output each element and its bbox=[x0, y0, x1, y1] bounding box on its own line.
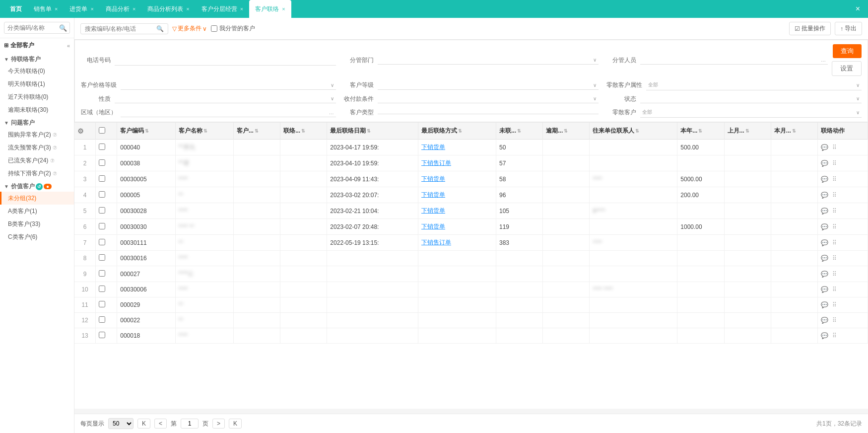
horizontal-scrollbar[interactable] bbox=[74, 409, 868, 414]
sidebar-item-lost[interactable]: 已流失客户(24) ⑦ bbox=[0, 154, 74, 167]
close-all-button[interactable]: × bbox=[852, 4, 864, 13]
row-checkbox[interactable] bbox=[99, 254, 105, 261]
export-button[interactable]: ↑ 导出 bbox=[835, 22, 862, 35]
sidebar-item-ungroup[interactable]: 未分组(32) bbox=[0, 192, 74, 205]
sidebar-item-b-class[interactable]: B类客户(33) bbox=[0, 217, 74, 230]
more-icon[interactable]: ⠿ bbox=[832, 271, 837, 278]
last-type-link[interactable]: 下销售订单 bbox=[421, 159, 451, 166]
close-icon[interactable]: × bbox=[90, 6, 93, 12]
sidebar-item-c-class[interactable]: C类客户(6) bbox=[0, 230, 74, 243]
chat-icon[interactable]: 💬 bbox=[821, 223, 828, 230]
retail-attr-select[interactable]: 全部 ∨ bbox=[646, 80, 862, 90]
last-type-link[interactable]: 下销货单 bbox=[421, 223, 445, 230]
prev-page-button[interactable]: < bbox=[154, 419, 167, 429]
more-icon[interactable]: ⠿ bbox=[832, 223, 837, 230]
more-icon[interactable]: ⠿ bbox=[832, 301, 837, 308]
group-problem-customers[interactable]: ▼ 问题客户 bbox=[0, 116, 74, 128]
more-icon[interactable]: ⠿ bbox=[832, 160, 837, 167]
more-icon[interactable]: ⠿ bbox=[832, 144, 837, 151]
phone-input[interactable] bbox=[115, 55, 336, 66]
more-icon[interactable]: ⠿ bbox=[832, 317, 837, 324]
row-checkbox[interactable] bbox=[99, 239, 105, 245]
close-icon[interactable]: × bbox=[133, 6, 135, 12]
last-type-link[interactable]: 下销货单 bbox=[421, 175, 445, 182]
more-icon[interactable]: ⠿ bbox=[832, 208, 837, 215]
chat-icon[interactable]: 💬 bbox=[821, 160, 828, 167]
sidebar-item-today-pending[interactable]: 今天待联络(0) bbox=[0, 65, 74, 77]
refresh-badge[interactable]: ↺ bbox=[36, 183, 43, 190]
chat-icon[interactable]: 💬 bbox=[821, 332, 828, 339]
more-icon[interactable]: ⠿ bbox=[832, 192, 837, 199]
tab-analysis[interactable]: 商品分析 × bbox=[100, 0, 141, 18]
chat-icon[interactable]: 💬 bbox=[821, 192, 828, 199]
row-checkbox[interactable] bbox=[99, 159, 105, 166]
row-checkbox[interactable] bbox=[99, 191, 105, 198]
page-input[interactable] bbox=[181, 419, 199, 429]
per-page-select[interactable]: 50 100 200 bbox=[108, 418, 134, 429]
batch-op-button[interactable]: ☑ 批量操作 bbox=[789, 22, 831, 35]
row-checkbox[interactable] bbox=[99, 316, 105, 323]
sidebar-item-abnormal[interactable]: 囤购异常客户(2) ⑦ bbox=[0, 128, 74, 141]
search-input[interactable] bbox=[85, 25, 154, 32]
payment-select[interactable]: ∨ bbox=[378, 94, 599, 103]
sidebar-item-a-class[interactable]: A类客户(1) bbox=[0, 205, 74, 217]
staff-select[interactable]: … bbox=[640, 56, 828, 65]
all-customers-header[interactable]: ⊞ 全部客户 « bbox=[0, 38, 74, 53]
last-type-link[interactable]: 下销货单 bbox=[421, 144, 445, 150]
chat-icon[interactable]: 💬 bbox=[821, 239, 828, 246]
close-icon[interactable]: × bbox=[240, 6, 243, 12]
sidebar-item-7day-pending[interactable]: 近7天待联络(0) bbox=[0, 90, 74, 103]
sidebar-item-warning[interactable]: 流失预警客户(3) ⑦ bbox=[0, 141, 74, 154]
chat-icon[interactable]: 💬 bbox=[821, 286, 828, 293]
next-page-button[interactable]: > bbox=[212, 419, 225, 429]
row-checkbox[interactable] bbox=[99, 207, 105, 214]
group-value-customers[interactable]: ▼ 价值客户 ↺ ● bbox=[0, 180, 74, 192]
chat-icon[interactable]: 💬 bbox=[821, 208, 828, 215]
last-type-link[interactable]: 下销货单 bbox=[421, 207, 445, 214]
chat-icon[interactable]: 💬 bbox=[821, 271, 828, 278]
more-icon[interactable]: ⠿ bbox=[832, 255, 837, 262]
more-conditions-button[interactable]: ▽ 更多条件 ∨ bbox=[172, 24, 207, 33]
last-type-link[interactable]: 下销售订单 bbox=[421, 239, 451, 246]
row-checkbox[interactable] bbox=[99, 270, 105, 277]
chat-icon[interactable]: 💬 bbox=[821, 144, 828, 151]
settings-icon[interactable]: ⚙ bbox=[77, 127, 84, 135]
row-checkbox[interactable] bbox=[99, 223, 105, 229]
sidebar-item-overdue-contact[interactable]: 逾期未联络(30) bbox=[0, 103, 74, 116]
close-icon[interactable]: × bbox=[55, 6, 58, 12]
tab-sales[interactable]: 销售单 × bbox=[28, 0, 64, 18]
select-all-checkbox[interactable] bbox=[99, 127, 105, 134]
last-page-button[interactable]: K bbox=[229, 419, 242, 429]
row-checkbox[interactable] bbox=[99, 301, 105, 307]
more-icon[interactable]: ⠿ bbox=[832, 286, 837, 293]
row-checkbox[interactable] bbox=[99, 286, 105, 292]
retail-customer-select[interactable]: 全部 ∨ bbox=[640, 107, 862, 118]
row-checkbox[interactable] bbox=[99, 332, 105, 338]
row-checkbox[interactable] bbox=[99, 175, 105, 182]
chat-icon[interactable]: 💬 bbox=[821, 317, 828, 324]
first-page-button[interactable]: K bbox=[137, 419, 150, 429]
customer-type-select[interactable] bbox=[378, 111, 599, 114]
more-icon[interactable]: ⠿ bbox=[832, 332, 837, 339]
customer-level-select[interactable]: ∨ bbox=[378, 81, 599, 90]
status-select[interactable]: ∨ bbox=[640, 94, 862, 103]
reset-button[interactable]: 设置 bbox=[832, 61, 862, 76]
tab-home[interactable]: 首页 bbox=[4, 0, 28, 18]
group-pending-contact[interactable]: ▼ 待联络客户 bbox=[0, 53, 74, 65]
chat-icon[interactable]: 💬 bbox=[821, 255, 828, 262]
tab-customer-contact[interactable]: 客户联络 × bbox=[249, 0, 291, 18]
last-type-link[interactable]: 下销货单 bbox=[421, 191, 445, 198]
more-icon[interactable]: ⠿ bbox=[832, 239, 837, 246]
row-checkbox[interactable] bbox=[99, 144, 105, 150]
tab-analysis-list[interactable]: 商品分析列表 × bbox=[141, 0, 195, 18]
sidebar-item-tomorrow-pending[interactable]: 明天待联络(1) bbox=[0, 77, 74, 90]
close-icon[interactable]: × bbox=[186, 6, 189, 12]
query-button[interactable]: 查询 bbox=[833, 44, 862, 58]
chat-icon[interactable]: 💬 bbox=[821, 301, 828, 308]
tab-purchase[interactable]: 进货单 × bbox=[64, 0, 99, 18]
my-customers-checkbox[interactable] bbox=[211, 25, 217, 32]
chat-icon[interactable]: 💬 bbox=[821, 176, 828, 183]
dept-select[interactable]: ∨ bbox=[378, 56, 599, 65]
my-customers-filter[interactable]: 我分管的客户 bbox=[211, 24, 255, 33]
more-icon[interactable]: ⠿ bbox=[832, 176, 837, 183]
